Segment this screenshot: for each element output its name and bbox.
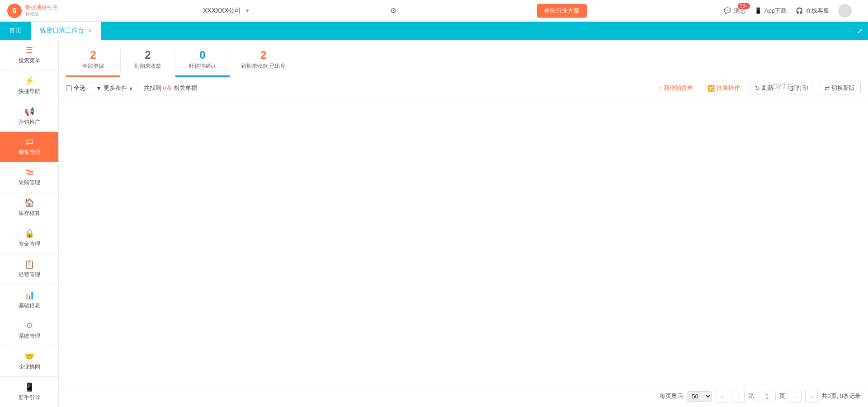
- logo-area: 6 畅捷通好生意 标准版: [7, 4, 66, 18]
- company-name: XXXXXX公司: [203, 7, 241, 15]
- stat-wangwang-label: 旺辅待确认: [189, 62, 216, 70]
- stat-all-number: 2: [90, 49, 96, 61]
- tab-bar-right: — ⤢: [846, 27, 868, 35]
- print-button[interactable]: 🖨 打印: [784, 82, 813, 94]
- first-page-button[interactable]: «: [716, 390, 728, 402]
- switch-icon: ⇄: [825, 85, 830, 92]
- sidebar-item-ops-mgmt[interactable]: 📋 经营管理: [0, 254, 58, 285]
- stat-overdue-shipped-label: 到期未收款 已出库: [241, 62, 286, 70]
- stat-tab-overdue[interactable]: 2 到期未收款: [121, 45, 175, 77]
- message-icon: 💬: [724, 7, 731, 14]
- page-size-label: 每页显示: [660, 392, 683, 400]
- logo-icon: 6: [7, 4, 22, 18]
- app-download-label: App下载: [764, 7, 787, 15]
- sidebar-item-enterprise-collab[interactable]: 🤝 企业协同: [0, 346, 58, 377]
- sidebar-item-inventory[interactable]: 🏠 库存核算: [0, 192, 58, 223]
- sidebar-item-purchase-mgmt[interactable]: 🛍 采购管理: [0, 162, 58, 192]
- main-layout: ☰ 搜索菜单 ⚡ 快捷导航 📢 营销推广 🏷 销售管理 🛍 采购管理 🏠 库存核…: [0, 40, 868, 407]
- sidebar-item-quick-nav[interactable]: ⚡ 快捷导航: [0, 70, 58, 101]
- collab-icon: 🤝: [24, 351, 34, 361]
- stat-tab-overdue-shipped[interactable]: 2 到期未收款 已出库: [230, 45, 297, 77]
- content-area: 2 全部单据 2 到期未收款 0 旺辅待确认 2 到期未收款 已出库: [59, 40, 868, 407]
- app-download-action[interactable]: 📱 App下载: [755, 7, 787, 15]
- base-icon: 📊: [24, 290, 34, 300]
- select-all-checkbox[interactable]: [66, 85, 72, 91]
- stat-overdue-label: 到期未收款: [134, 62, 161, 70]
- filter-result: 共找到 0条 相关单据: [144, 84, 197, 92]
- tab-expand-icon[interactable]: ⤢: [857, 27, 863, 35]
- tab-bar: 首页 钱货日清工作台 ✕ — ⤢: [0, 22, 868, 40]
- stats-tabs: 2 全部单据 2 到期未收款 0 旺辅待确认 2 到期未收款 已出库: [59, 40, 868, 77]
- quick-nav-icon: ⚡: [24, 76, 34, 86]
- stat-overdue-number: 2: [145, 49, 151, 61]
- refresh-icon: ↻: [755, 85, 760, 92]
- logo-line1: 畅捷通好生意: [25, 4, 58, 11]
- sales-icon: 🏷: [25, 137, 33, 147]
- inventory-icon: 🏠: [24, 198, 34, 208]
- pagination-bar: 每页显示 50 20 100 « ‹ 第 页 › » 共0页, 0条记录: [59, 385, 868, 407]
- top-header: 6 畅捷通好生意 标准版 XXXXXX公司 ▼ ⚙ 体验行业方案 💬 消息 99…: [0, 0, 868, 22]
- header-right: 💬 消息 99+ 📱 App下载 🎧 在线客服: [724, 4, 861, 18]
- page-size-select[interactable]: 50 20 100: [687, 391, 712, 402]
- sys-icon: ⚙: [26, 321, 33, 331]
- phone-icon: 📱: [755, 7, 762, 14]
- online-service-action[interactable]: 🎧 在线客服: [796, 7, 829, 15]
- service-icon: 🎧: [796, 7, 803, 14]
- stat-overdue-shipped-number: 2: [260, 49, 266, 61]
- sidebar-item-capital-mgmt[interactable]: 🔒 资金管理: [0, 223, 58, 254]
- select-all-checkbox-area[interactable]: 全选: [66, 84, 85, 92]
- page-label: 第: [748, 392, 754, 400]
- filter-icon: ▼: [96, 85, 102, 92]
- online-service-label: 在线客服: [806, 7, 829, 15]
- print-icon: 🖨: [789, 85, 795, 92]
- new-sales-order-button[interactable]: + 新增销货单: [654, 82, 698, 94]
- sidebar-item-sys-mgmt[interactable]: ⚙ 系统管理: [0, 315, 58, 346]
- stat-wangwang-number: 0: [199, 49, 205, 61]
- more-filter-button[interactable]: ▼ 更多条件 ∨: [91, 82, 138, 94]
- sidebar-item-search-menu[interactable]: ☰ 搜索菜单: [0, 40, 58, 70]
- marketing-icon: 📢: [24, 107, 34, 117]
- trial-button[interactable]: 体验行业方案: [537, 4, 587, 18]
- tab-minimize-icon[interactable]: —: [846, 27, 853, 35]
- tab-home[interactable]: 首页: [0, 22, 31, 40]
- logo-text-area: 畅捷通好生意 标准版: [25, 4, 58, 18]
- message-badge: 99+: [738, 3, 750, 9]
- message-action[interactable]: 💬 消息 99+: [724, 7, 745, 15]
- next-page-button[interactable]: ›: [789, 390, 802, 402]
- page-input[interactable]: [758, 392, 776, 401]
- sidebar-item-marketing[interactable]: 📢 营销推广: [0, 101, 58, 132]
- sidebar-item-beginner-guide[interactable]: 📱 新手引导: [0, 377, 58, 407]
- tab-close-icon[interactable]: ✕: [88, 28, 92, 34]
- toolbar-right: + 新增销货单 🔀 批量操作 ↻ 刷新 🖨 打印 ⇄ 切换新版: [654, 82, 861, 94]
- avatar[interactable]: [838, 4, 852, 18]
- chevron-down-icon: ∨: [129, 85, 133, 92]
- stat-all-label: 全部单据: [82, 62, 104, 70]
- toolbar: 全选 ▼ 更多条件 ∨ 共找到 0条 相关单据 + 新增销货单 🔀 批量操作 ↻…: [59, 77, 868, 99]
- batch-icon: 🔀: [708, 85, 715, 92]
- switch-new-version-button[interactable]: ⇄ 切换新版: [819, 82, 861, 94]
- capital-icon: 🔒: [24, 229, 34, 239]
- page-suffix-label: 页: [779, 392, 785, 400]
- ops-icon: 📋: [24, 259, 34, 269]
- result-count: 0条: [163, 84, 172, 91]
- prev-page-button[interactable]: ‹: [732, 390, 745, 402]
- total-info: 共0页, 0条记录: [821, 392, 861, 400]
- dropdown-arrow-icon: ▼: [245, 8, 250, 14]
- select-all-label: 全选: [74, 84, 85, 92]
- refresh-button[interactable]: ↻ 刷新: [750, 82, 778, 94]
- batch-operation-button[interactable]: 🔀 批量操作: [703, 82, 745, 94]
- content-body: [59, 99, 868, 385]
- settings-icon[interactable]: ⚙: [387, 5, 400, 17]
- sidebar-item-sales-mgmt[interactable]: 🏷 销售管理: [0, 132, 58, 162]
- sidebar-item-base-info[interactable]: 📊 基础信息: [0, 285, 58, 315]
- stat-tab-all[interactable]: 2 全部单据: [66, 45, 120, 77]
- logo-line2: 标准版: [25, 11, 58, 17]
- tab-cash-goods[interactable]: 钱货日清工作台 ✕: [31, 22, 101, 40]
- search-menu-icon: ☰: [26, 45, 33, 55]
- purchase-icon: 🛍: [25, 168, 33, 177]
- stat-tab-wangwang[interactable]: 0 旺辅待确认: [175, 45, 230, 77]
- guide-icon: 📱: [24, 382, 34, 392]
- company-selector[interactable]: XXXXXX公司 ▼: [203, 7, 250, 15]
- sidebar: ☰ 搜索菜单 ⚡ 快捷导航 📢 营销推广 🏷 销售管理 🛍 采购管理 🏠 库存核…: [0, 40, 59, 407]
- last-page-button[interactable]: »: [805, 390, 818, 402]
